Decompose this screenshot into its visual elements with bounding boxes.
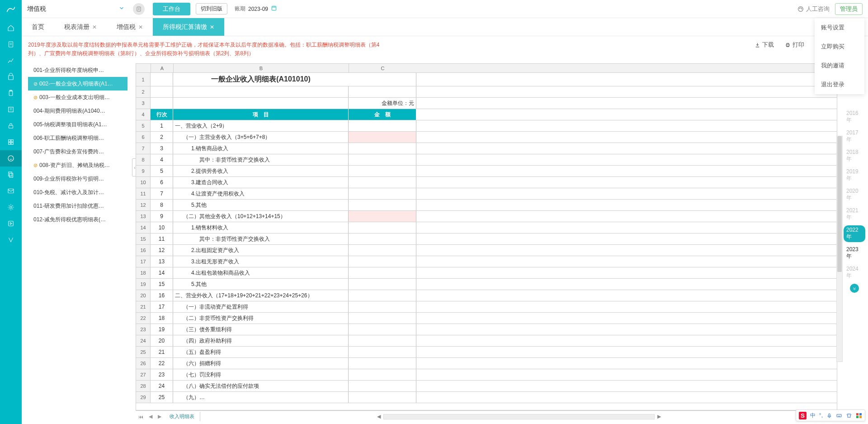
year-pill[interactable]: 2019年 <box>844 167 865 184</box>
cell[interactable]: 5.其他 <box>173 200 349 210</box>
cell[interactable]: 8 <box>151 200 173 210</box>
cell[interactable]: 18 <box>151 313 173 324</box>
cell[interactable]: 9 <box>151 211 173 222</box>
year-pill[interactable]: 2023年 <box>844 245 865 262</box>
calendar-icon[interactable] <box>271 5 277 13</box>
admin-menu-item[interactable]: 立即购买 <box>815 37 864 56</box>
nav-gear-icon[interactable] <box>0 199 22 215</box>
cell[interactable]: 一、营业收入（2+9） <box>173 120 349 131</box>
cell[interactable] <box>349 245 416 256</box>
sheet-nav-first[interactable]: ⏮ <box>136 414 146 419</box>
cell[interactable]: 其中：非货币性资产交换收入 <box>173 154 349 165</box>
table-row[interactable]: 84其中：非货币性资产交换收入 <box>136 154 837 166</box>
cell[interactable]: 2.出租固定资产收入 <box>173 245 349 256</box>
cell[interactable]: 20 <box>151 335 173 346</box>
cell[interactable] <box>349 154 416 165</box>
cell[interactable]: 16 <box>151 290 173 301</box>
year-pill[interactable]: 2022年 <box>844 225 865 242</box>
table-row[interactable]: 2016二、营业外收入（17+18+19+20+21+22+23+24+25+2… <box>136 290 837 301</box>
table-row[interactable]: 17133.出租无形资产收入 <box>136 256 837 267</box>
year-pill[interactable]: 2016年 <box>844 109 865 125</box>
cell[interactable] <box>349 279 416 290</box>
table-row[interactable]: 952.提供劳务收入 <box>136 166 837 177</box>
table-row[interactable]: 1511其中：非货币性资产交换收入 <box>136 233 837 245</box>
ime-mic-icon[interactable] <box>826 413 832 419</box>
cell[interactable] <box>349 335 416 346</box>
vertical-scrollbar[interactable] <box>836 136 843 362</box>
cell[interactable]: 4.让渡资产使用权收入 <box>173 188 349 199</box>
cell[interactable] <box>349 120 416 131</box>
doc-list-item[interactable]: 005-纳税调整项目明细表(A1… <box>28 118 127 131</box>
table-row[interactable]: 2521（五）盘盈利得 <box>136 347 837 358</box>
table-row[interactable]: 2420（四）政府补助利得 <box>136 335 837 347</box>
cell[interactable] <box>349 347 416 357</box>
doc-list-item[interactable]: 012-减免所得税优惠明细表(… <box>28 213 127 226</box>
cell[interactable]: （一）非流动资产处置利得 <box>173 301 349 312</box>
cell[interactable]: 24 <box>151 381 173 391</box>
cell[interactable] <box>349 358 416 369</box>
cell[interactable]: 二、营业外收入（17+18+19+20+21+22+23+24+25+26） <box>173 290 349 301</box>
table-row[interactable]: 16122.出租固定资产收入 <box>136 245 837 256</box>
cell[interactable]: （九）… <box>173 392 349 403</box>
cell[interactable]: 13 <box>151 256 173 267</box>
switch-old-button[interactable]: 切到旧版 <box>196 3 227 14</box>
cell[interactable]: 7 <box>151 188 173 199</box>
cell[interactable]: 11 <box>151 233 173 244</box>
cell[interactable] <box>349 132 416 143</box>
nav-bag-icon[interactable] <box>0 69 22 85</box>
module-dropdown-label[interactable]: 增值税 <box>27 5 46 13</box>
nav-play-icon[interactable] <box>0 215 22 232</box>
ime-keyboard-icon[interactable] <box>836 413 842 419</box>
cell[interactable] <box>349 188 416 199</box>
cell[interactable] <box>349 200 416 210</box>
cell[interactable] <box>349 290 416 301</box>
admin-menu-item[interactable]: 我的邀请 <box>815 56 864 75</box>
cell[interactable]: 23 <box>151 369 173 380</box>
nav-clipboard-icon[interactable] <box>0 85 22 101</box>
chevron-down-icon[interactable] <box>118 5 125 13</box>
table-row[interactable]: 2117（一）非流动资产处置利得 <box>136 301 837 313</box>
cell[interactable]: 17 <box>151 301 173 312</box>
doc-list-item[interactable]: 011-研发费用加计扣除优惠… <box>28 199 127 213</box>
table-row[interactable]: 2824（八）确实无法偿付的应付款项 <box>136 381 837 392</box>
table-row[interactable]: 2622（六）捐赠利得 <box>136 358 837 369</box>
cell[interactable] <box>349 324 416 335</box>
cell[interactable]: 15 <box>151 279 173 290</box>
year-pill[interactable]: 2020年 <box>844 186 865 203</box>
table-row[interactable]: 1063.建造合同收入 <box>136 177 837 188</box>
cell[interactable] <box>349 233 416 244</box>
nav-grid-icon[interactable] <box>0 134 22 150</box>
cell[interactable]: 1 <box>151 120 173 131</box>
doc-list-item[interactable]: 007-广告费和业务宣传费跨… <box>28 145 127 158</box>
col-header-c[interactable]: C <box>349 64 416 73</box>
tab[interactable]: 首页 <box>22 18 54 36</box>
cell[interactable] <box>349 166 416 176</box>
nav-smile-icon[interactable] <box>0 150 22 167</box>
close-icon[interactable]: ✕ <box>92 24 97 30</box>
table-row[interactable]: 1174.让渡资产使用权收入 <box>136 188 837 200</box>
workbench-button[interactable]: 工作台 <box>153 3 190 15</box>
cell[interactable]: 3.建造合同收入 <box>173 177 349 188</box>
table-row[interactable]: 62（一）主营业务收入（3+5+6+7+8） <box>136 132 837 143</box>
ime-lang[interactable]: 中 <box>810 412 816 419</box>
table-row[interactable]: 731.销售商品收入 <box>136 143 837 154</box>
cell[interactable]: （七）罚没利得 <box>173 369 349 380</box>
table-row[interactable]: 2925（九）… <box>136 392 837 403</box>
col-header-a[interactable]: A <box>151 64 173 73</box>
table-row[interactable]: 1285.其他 <box>136 200 837 211</box>
cell[interactable]: （一）主营业务收入（3+5+6+7+8） <box>173 132 349 143</box>
cell[interactable]: 22 <box>151 358 173 369</box>
cell[interactable]: 19 <box>151 324 173 335</box>
cell[interactable]: 6 <box>151 177 173 188</box>
cell[interactable]: 5.其他 <box>173 279 349 290</box>
table-row[interactable]: 2723（七）罚没利得 <box>136 369 837 381</box>
table-row[interactable]: 2319（三）债务重组利得 <box>136 324 837 335</box>
doc-list-item[interactable]: 010-免税、减计收入及加计… <box>28 186 127 199</box>
nav-v-icon[interactable] <box>0 232 22 248</box>
doc-list-item[interactable]: 006-职工薪酬纳税调整明细… <box>28 131 127 145</box>
cell[interactable]: （二）非货币性资产交换利得 <box>173 313 349 324</box>
horizontal-scrollbar[interactable]: ◀▶ <box>200 414 837 419</box>
cell[interactable] <box>349 267 416 278</box>
cell[interactable]: （五）盘盈利得 <box>173 347 349 357</box>
note-icon-button[interactable] <box>133 3 145 15</box>
